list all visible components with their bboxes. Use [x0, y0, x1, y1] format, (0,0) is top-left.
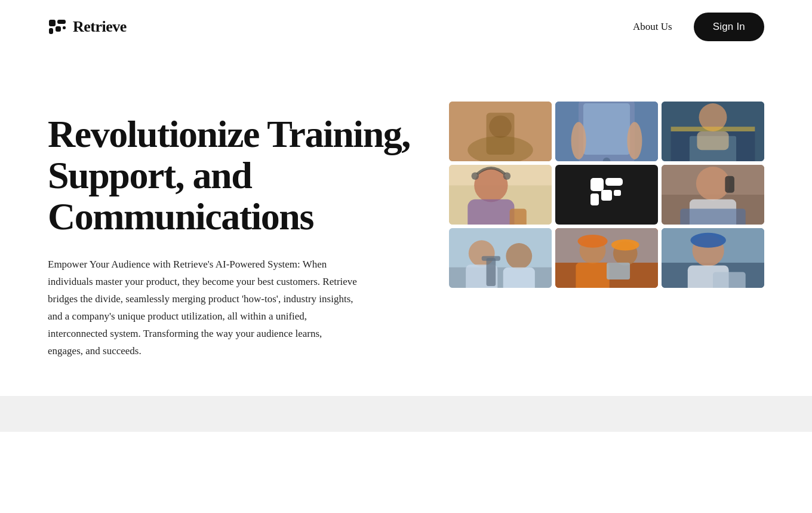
svg-rect-45 — [503, 268, 535, 288]
svg-rect-5 — [449, 102, 552, 161]
svg-point-54 — [613, 241, 638, 266]
svg-point-36 — [696, 167, 730, 200]
nav-actions: About Us Sign In — [633, 13, 764, 41]
svg-rect-39 — [680, 208, 745, 225]
svg-rect-25 — [510, 208, 527, 225]
svg-point-27 — [503, 172, 511, 180]
svg-rect-40 — [449, 228, 552, 288]
svg-rect-20 — [671, 127, 755, 131]
svg-rect-32 — [601, 190, 612, 201]
sign-in-button[interactable]: Sign In — [694, 13, 764, 41]
svg-rect-43 — [466, 265, 497, 288]
svg-rect-21 — [449, 165, 552, 225]
svg-rect-31 — [590, 193, 599, 205]
svg-point-55 — [611, 239, 639, 251]
svg-point-14 — [627, 122, 642, 159]
about-us-link[interactable]: About Us — [633, 21, 672, 33]
svg-point-23 — [474, 168, 508, 202]
svg-rect-46 — [487, 258, 496, 286]
svg-rect-24 — [467, 199, 514, 225]
svg-point-13 — [571, 122, 586, 159]
svg-rect-53 — [576, 263, 609, 288]
navbar: Retrieve About Us Sign In — [0, 0, 812, 54]
svg-rect-48 — [555, 228, 658, 288]
svg-rect-17 — [690, 136, 736, 161]
grid-image-2 — [555, 102, 658, 161]
svg-rect-58 — [662, 263, 764, 288]
svg-rect-16 — [671, 131, 755, 161]
svg-rect-29 — [590, 178, 604, 191]
svg-point-61 — [690, 233, 725, 248]
svg-point-18 — [699, 103, 727, 131]
svg-rect-35 — [662, 195, 764, 225]
svg-rect-38 — [725, 176, 734, 193]
svg-rect-47 — [482, 256, 500, 261]
grid-image-7 — [449, 228, 552, 288]
svg-rect-28 — [574, 165, 639, 225]
svg-rect-30 — [605, 178, 623, 186]
hero-image-grid — [449, 102, 764, 288]
svg-rect-37 — [690, 199, 736, 225]
svg-rect-4 — [63, 26, 66, 29]
svg-rect-50 — [555, 228, 658, 263]
svg-rect-63 — [713, 272, 746, 288]
logo-icon — [48, 17, 67, 36]
svg-rect-15 — [662, 102, 764, 161]
svg-point-8 — [489, 115, 512, 138]
svg-rect-2 — [49, 28, 53, 34]
svg-rect-33 — [614, 190, 621, 196]
svg-rect-3 — [56, 26, 61, 32]
svg-point-6 — [467, 136, 533, 161]
grid-image-3 — [662, 102, 764, 161]
svg-rect-57 — [662, 228, 764, 288]
footer-band — [0, 396, 812, 432]
svg-rect-34 — [662, 165, 764, 225]
svg-point-12 — [603, 158, 611, 161]
svg-rect-22 — [449, 185, 552, 225]
svg-point-42 — [469, 240, 495, 266]
svg-rect-41 — [449, 268, 552, 288]
logo-text: Retrieve — [73, 18, 127, 36]
grid-image-1 — [449, 102, 552, 161]
svg-rect-11 — [583, 103, 630, 155]
svg-point-44 — [506, 243, 532, 269]
svg-rect-0 — [49, 20, 56, 26]
hero-section: Revolutionize Training, Support, and Com… — [0, 54, 812, 396]
svg-point-26 — [472, 172, 479, 180]
svg-rect-59 — [662, 228, 764, 263]
grid-image-4 — [449, 165, 552, 225]
hero-description: Empower Your Audience with Retrieve's AI… — [48, 256, 358, 360]
logo-link[interactable]: Retrieve — [48, 17, 127, 36]
svg-rect-10 — [579, 102, 635, 161]
svg-rect-7 — [487, 113, 515, 155]
svg-rect-62 — [688, 266, 729, 288]
grid-image-center-logo — [555, 165, 658, 225]
grid-image-6 — [662, 165, 764, 225]
svg-rect-9 — [555, 102, 658, 161]
hero-content: Revolutionize Training, Support, and Com… — [48, 102, 420, 360]
grid-image-9 — [662, 228, 764, 288]
svg-point-52 — [578, 235, 608, 248]
svg-rect-19 — [697, 131, 728, 150]
svg-point-51 — [580, 238, 606, 264]
grid-image-8 — [555, 228, 658, 288]
svg-point-60 — [693, 235, 724, 266]
svg-rect-49 — [555, 263, 658, 288]
hero-title: Revolutionize Training, Support, and Com… — [48, 113, 420, 237]
svg-rect-1 — [57, 20, 66, 24]
svg-rect-56 — [607, 263, 630, 279]
